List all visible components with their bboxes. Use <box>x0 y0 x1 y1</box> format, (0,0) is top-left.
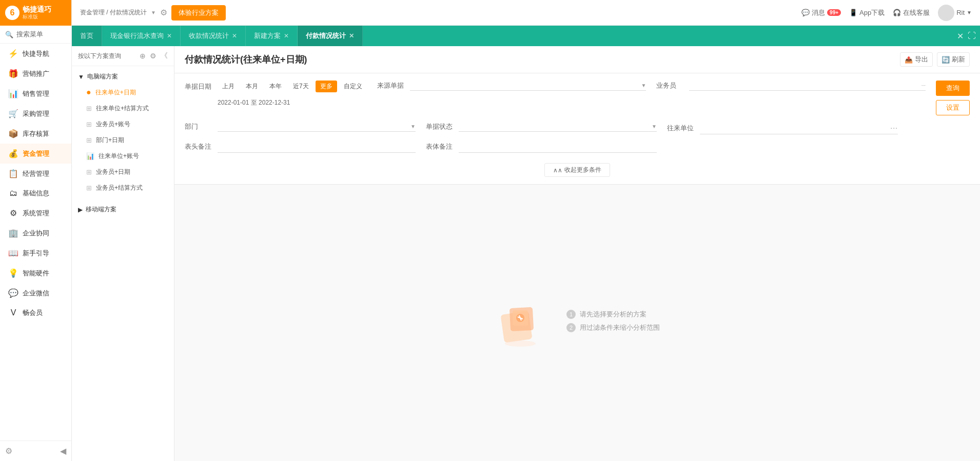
date-btn-last-month[interactable]: 上月 <box>218 81 239 92</box>
sidebar-item-purchase[interactable]: 🛒 采购管理 <box>0 104 71 124</box>
partner-select[interactable]: ··· <box>700 122 898 134</box>
filter-bill-status: 单据状态 ▼ <box>426 122 657 132</box>
scheme-label: 业务员+结算方式 <box>96 184 143 192</box>
tab-new-scheme-label: 新建方案 <box>254 31 281 41</box>
sidebar-item-label: 智能硬件 <box>23 269 49 278</box>
scheme-partner-date[interactable]: ● 往来单位+日期 <box>72 84 174 101</box>
tab-payment-stats[interactable]: 付款情况统计 ✕ <box>298 26 363 46</box>
bill-status-label: 单据状态 <box>426 122 455 131</box>
topbar: 资金管理 / 付款情况统计 ▼ ⚙ 体验行业方案 💬 消息 99+ 📱 App下… <box>72 0 980 26</box>
system-icon: ⚙ <box>8 208 18 218</box>
message-button[interactable]: 💬 消息 99+ <box>801 8 841 17</box>
hint-text-1: 请先选择要分析的方案 <box>580 310 646 319</box>
scheme-salesman-account[interactable]: ⊞ 业务员+账号 <box>72 116 174 132</box>
trial-industry-button[interactable]: 体验行业方案 <box>171 5 226 21</box>
body-note-input[interactable] <box>459 141 657 153</box>
scheme-dept-date[interactable]: ⊞ 部门+日期 <box>72 132 174 148</box>
sidebar-item-system[interactable]: ⚙ 系统管理 <box>0 203 71 223</box>
sidebar-item-smart-hw[interactable]: 💡 智能硬件 <box>0 263 71 283</box>
export-icon: 📤 <box>905 56 913 64</box>
logo-icon: 6 <box>5 6 19 20</box>
filter-row-1: 单据日期 上月 本月 本年 近7天 更多 自定义 2022-01-0 <box>185 81 970 115</box>
dept-select[interactable]: ▼ <box>218 122 416 132</box>
date-btn-7days[interactable]: 近7天 <box>288 81 313 92</box>
bill-status-select[interactable]: ▼ <box>459 122 657 132</box>
sidebar-item-member[interactable]: V 畅会员 <box>0 303 71 323</box>
source-bill-arrow: ▼ <box>641 83 646 88</box>
tab-payment-stats-close[interactable]: ✕ <box>349 32 354 39</box>
tab-fullscreen-icon[interactable]: ⛶ <box>968 31 976 41</box>
pc-group-title[interactable]: ▼ 电脑端方案 <box>72 69 174 84</box>
tab-bank-flow-close[interactable]: ✕ <box>167 32 172 39</box>
sidebar: 6 畅捷通巧 标准版 🔍 搜索菜单 ⚡ 快捷导航 🎁 营销推广 📊 销售管理 🛒… <box>0 0 72 461</box>
svg-point-2 <box>505 340 536 347</box>
sidebar-item-inventory[interactable]: 📦 库存核算 <box>0 124 71 144</box>
topbar-right: 💬 消息 99+ 📱 App下载 🎧 在线客服 Rit ▼ <box>801 5 972 21</box>
mobile-group-title[interactable]: ▶ 移动端方案 <box>72 202 174 217</box>
scheme-salesman-date[interactable]: ⊞ 业务员+日期 <box>72 164 174 180</box>
sidebar-item-operations[interactable]: 📋 经营管理 <box>0 164 71 184</box>
app-download-button[interactable]: 📱 App下载 <box>849 8 885 17</box>
date-btn-more[interactable]: 更多 <box>316 81 337 92</box>
filter-settings-button[interactable]: 设置 <box>936 100 970 115</box>
hint-num-1: 1 <box>566 310 576 319</box>
main-area: 资金管理 / 付款情况统计 ▼ ⚙ 体验行业方案 💬 消息 99+ 📱 App下… <box>72 0 980 461</box>
topbar-settings-icon[interactable]: ⚙ <box>160 8 167 17</box>
head-note-input[interactable] <box>218 141 416 153</box>
message-icon: 💬 <box>801 9 810 16</box>
online-service-button[interactable]: 🎧 在线客服 <box>893 8 930 17</box>
bill-date-label: 单据日期 <box>185 82 213 91</box>
filter-row-3: 表头备注 表体备注 <box>185 141 970 153</box>
sidebar-item-label: 企业协同 <box>23 229 49 238</box>
filter-source-bill: 来源单据 ▼ <box>377 81 646 91</box>
tab-new-scheme-close[interactable]: ✕ <box>284 32 289 39</box>
breadcrumb: 资金管理 / 付款情况统计 <box>80 8 147 17</box>
sidebar-item-marketing[interactable]: 🎁 营销推广 <box>0 64 71 84</box>
sidebar-item-sales[interactable]: 📊 销售管理 <box>0 84 71 104</box>
member-icon: V <box>8 308 18 317</box>
export-button[interactable]: 📤 导出 <box>900 52 933 67</box>
date-btn-this-year[interactable]: 本年 <box>265 81 286 92</box>
tab-new-scheme[interactable]: 新建方案 ✕ <box>246 26 298 46</box>
settings-icon[interactable]: ⚙ <box>5 446 12 456</box>
sidebar-item-label: 企业微信 <box>23 289 49 298</box>
tab-receipt-stats-close[interactable]: ✕ <box>232 32 237 39</box>
scheme-label: 部门+日期 <box>96 136 124 145</box>
sidebar-item-quick-nav[interactable]: ⚡ 快捷导航 <box>0 44 71 64</box>
collapse-button[interactable]: ∧∧ 收起更多条件 <box>544 163 610 177</box>
salesman-select[interactable]: ··· <box>689 81 926 91</box>
source-bill-select[interactable]: ▼ <box>410 81 646 91</box>
tab-receipt-stats[interactable]: 收款情况统计 ✕ <box>181 26 246 46</box>
sidebar-item-weixin[interactable]: 💬 企业微信 <box>0 283 71 303</box>
collapse-panel-icon[interactable]: 《 <box>161 51 168 61</box>
scheme-salesman-settle[interactable]: ⊞ 业务员+结算方式 <box>72 180 174 196</box>
scheme-partner-account[interactable]: 📊 往来单位+账号 <box>72 148 174 164</box>
sidebar-item-guide[interactable]: 📖 新手引导 <box>0 243 71 263</box>
logo-text: 畅捷通巧 标准版 <box>23 5 51 21</box>
sidebar-item-label: 库存核算 <box>23 129 49 138</box>
search-menu[interactable]: 🔍 搜索菜单 <box>0 26 71 44</box>
user-menu[interactable]: Rit ▼ <box>938 5 972 21</box>
scheme-icon-6: ⊞ <box>86 168 92 176</box>
left-panel-header: 按以下方案查询 ⊕ ⚙ 《 <box>72 46 174 66</box>
scheme-icon-5: 📊 <box>86 152 94 160</box>
partner-dots: ··· <box>890 124 898 132</box>
tab-close-all-icon[interactable]: ✕ <box>957 31 964 41</box>
user-dropdown-icon: ▼ <box>967 10 972 15</box>
sidebar-item-finance[interactable]: 💰 资金管理 <box>0 144 71 164</box>
tab-bank-flow[interactable]: 现金银行流水查询 ✕ <box>102 26 181 46</box>
scheme-partner-settle[interactable]: ⊞ 往来单位+结算方式 <box>72 101 174 116</box>
query-button[interactable]: 查询 <box>936 81 970 96</box>
tab-actions: ✕ ⛶ <box>953 26 980 46</box>
date-btn-this-month[interactable]: 本月 <box>241 81 263 92</box>
tab-payment-stats-label: 付款情况统计 <box>306 31 346 41</box>
add-scheme-icon[interactable]: ⊕ <box>140 52 146 60</box>
collapse-sidebar-icon[interactable]: ◀ <box>60 446 66 456</box>
sidebar-item-basic-info[interactable]: 🗂 基础信息 <box>0 184 71 203</box>
sidebar-item-enterprise[interactable]: 🏢 企业协同 <box>0 223 71 243</box>
tab-home[interactable]: 首页 <box>72 26 102 46</box>
refresh-button[interactable]: 🔄 刷新 <box>937 52 970 67</box>
sidebar-item-label: 基础信息 <box>23 189 49 198</box>
date-btn-custom[interactable]: 自定义 <box>339 81 367 92</box>
scheme-settings-icon[interactable]: ⚙ <box>150 52 156 60</box>
